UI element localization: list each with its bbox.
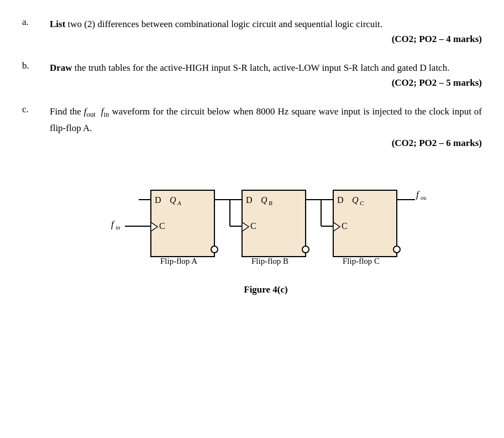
question-a-bold: List xyxy=(50,19,65,29)
question-b-normal: the truth tables for the active-HIGH inp… xyxy=(72,62,450,73)
question-c-marks: (CO2; PO2 – 6 marks) xyxy=(50,138,482,149)
ff-c-c-label: C xyxy=(342,221,348,231)
ff-b-out-circle xyxy=(302,246,309,253)
ff-c-qc-sub: C xyxy=(360,200,364,206)
question-c-label: c. xyxy=(22,104,50,295)
ff-c-d-label: D xyxy=(337,195,344,205)
question-b-content: Draw the truth tables for the active-HIG… xyxy=(50,60,482,88)
ff-a-d-label: D xyxy=(155,195,161,205)
circuit-diagram: f in D Q A xyxy=(106,165,426,279)
ff-c-q-label: Q xyxy=(352,195,359,205)
question-a-normal: two (2) differences between combinationa… xyxy=(65,19,382,29)
question-b: b. Draw the truth tables for the active-… xyxy=(22,60,482,88)
ff-a-qa-sub: A xyxy=(177,200,181,206)
circuit-svg: f in D Q A xyxy=(106,165,426,276)
question-a: a. List two (2) differences between comb… xyxy=(22,17,482,45)
question-b-marks: (CO2; PO2 – 5 marks) xyxy=(50,77,482,88)
diagram-section: f in D Q A xyxy=(50,160,482,295)
fout-sub: out xyxy=(87,111,96,119)
fin-sub: in xyxy=(104,111,109,119)
question-b-text: Draw the truth tables for the active-HIG… xyxy=(50,60,482,75)
question-a-content: List two (2) differences between combina… xyxy=(50,17,482,45)
question-a-marks: (CO2; PO2 – 4 marks) xyxy=(50,34,482,45)
question-c-content: Find the fout fin waveform for the circu… xyxy=(50,104,482,295)
ff-c-name: Flip-flop C xyxy=(343,257,380,265)
ff-a-c-label: C xyxy=(159,221,165,231)
ff-b-q-label: Q xyxy=(261,195,267,205)
question-c-text: Find the fout fin waveform for the circu… xyxy=(50,104,482,135)
ff-b-name: Flip-flop B xyxy=(251,257,288,265)
fout-sub-svg: out xyxy=(421,194,426,201)
ff-c-out-circle xyxy=(393,246,400,253)
figure-caption: Figure 4(c) xyxy=(244,284,287,295)
fout-label-svg: f xyxy=(416,189,420,200)
question-a-label: a. xyxy=(22,17,50,45)
question-a-text: List two (2) differences between combina… xyxy=(50,17,482,32)
fin-sub-label: in xyxy=(116,224,120,231)
ff-a-out-circle xyxy=(211,246,218,253)
question-b-bold: Draw xyxy=(50,62,72,73)
question-b-label: b. xyxy=(22,60,50,88)
ff-b-c-label: C xyxy=(250,221,256,231)
question-c: c. Find the fout fin waveform for the ci… xyxy=(22,104,482,295)
ff-b-d-label: D xyxy=(246,195,253,205)
ff-a-name: Flip-flop A xyxy=(160,257,197,265)
ff-b-qb-sub: B xyxy=(269,200,272,206)
ff-a-q-label: Q xyxy=(170,195,176,205)
fin-label: f xyxy=(111,219,115,230)
